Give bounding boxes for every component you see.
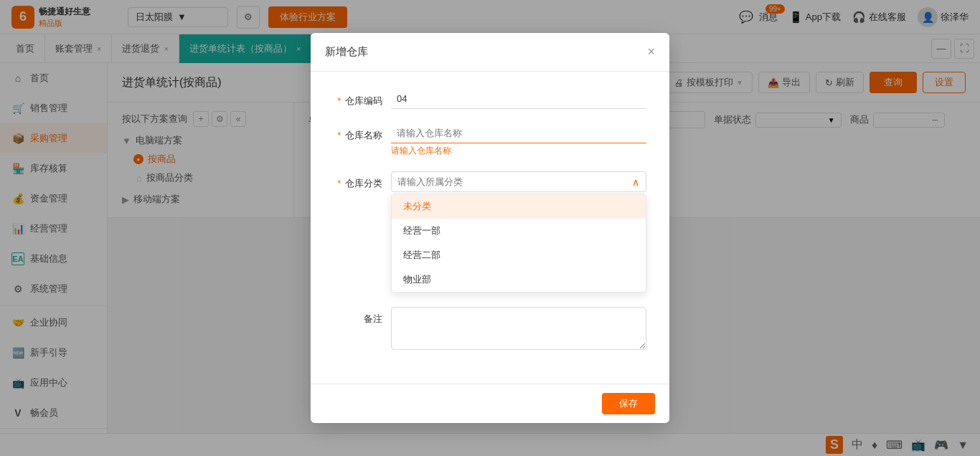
name-field: 请输入仓库名称 [391,123,646,157]
modal-header: 新增仓库 × [311,33,669,72]
name-error-text: 请输入仓库名称 [391,145,646,157]
modal-body: * 仓库编码 * 仓库名称 请输入仓库名称 * 仓库分类 [311,72,669,384]
modal-title: 新增仓库 [325,45,368,59]
category-field: ∧ 未分类 经营一部 经营二部 物业部 [391,171,646,293]
code-label: * 仓库编码 [334,89,391,108]
modal-footer: 保存 [311,384,669,423]
note-field [391,307,646,352]
code-field [391,89,646,109]
form-row-code: * 仓库编码 [334,89,646,109]
code-input[interactable] [391,89,646,109]
name-label: * 仓库名称 [334,123,391,142]
add-warehouse-modal: 新增仓库 × * 仓库编码 * 仓库名称 请输入仓库名称 [311,33,669,423]
form-row-category: * 仓库分类 ∧ 未分类 经营一部 经营二部 物业部 [334,171,646,293]
name-input[interactable] [391,123,646,143]
category-arrow-icon[interactable]: ∧ [632,176,639,188]
category-input-wrap: ∧ [391,171,646,192]
modal-close-button[interactable]: × [647,44,655,60]
form-row-note: 备注 [334,307,646,352]
category-label: * 仓库分类 [334,171,391,190]
dropdown-item-unclassified[interactable]: 未分类 [392,194,646,219]
save-button[interactable]: 保存 [602,393,655,414]
dropdown-item-dept2[interactable]: 经营二部 [392,243,646,267]
note-textarea[interactable] [391,307,646,350]
category-input[interactable] [391,171,646,192]
category-dropdown: 未分类 经营一部 经营二部 物业部 [391,194,646,293]
note-label-modal: 备注 [334,307,391,326]
dropdown-item-dept1[interactable]: 经营一部 [392,219,646,243]
dropdown-item-dept3[interactable]: 物业部 [392,267,646,292]
form-row-name: * 仓库名称 请输入仓库名称 [334,123,646,157]
